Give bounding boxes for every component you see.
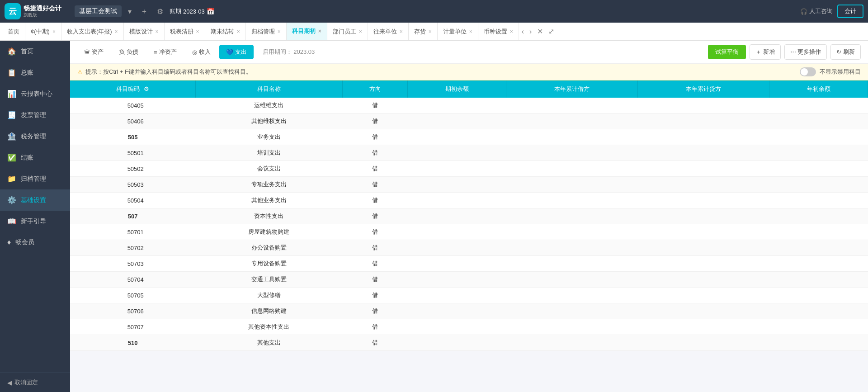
- cell-q4: [769, 272, 868, 288]
- cell-q1: [408, 272, 506, 288]
- tab-subject-init-close[interactable]: ×: [318, 28, 321, 34]
- tab-subject-init[interactable]: 科目期初 ×: [287, 23, 327, 41]
- cell-q4: [769, 113, 868, 129]
- table-row[interactable]: 510 其他支出 借: [70, 335, 868, 351]
- tab-archive-mgmt-close[interactable]: ×: [278, 28, 281, 35]
- balance-button[interactable]: 试算平衡: [708, 45, 746, 59]
- tab-annual-close[interactable]: ×: [115, 28, 118, 35]
- cell-name: 其他支出: [195, 335, 342, 351]
- cell-q3: [638, 303, 769, 319]
- col-name-label: 科目名称: [257, 85, 281, 92]
- sidebar-item-tax[interactable]: 🏦 税务管理: [0, 126, 70, 147]
- tab-units-close[interactable]: ×: [400, 28, 403, 35]
- sidebar-item-member[interactable]: ♦ 畅会员: [0, 232, 70, 253]
- sub-tab-net-asset[interactable]: ≡ 净资产: [147, 45, 184, 59]
- tab-inventory[interactable]: 存货 ×: [409, 23, 438, 41]
- tab-dept[interactable]: 部门员工 ×: [327, 23, 368, 41]
- tab-inventory-close[interactable]: ×: [429, 28, 432, 35]
- sidebar-item-reports[interactable]: 📊 云报表中心: [0, 83, 70, 104]
- sidebar-item-home-label: 首页: [21, 47, 33, 56]
- cell-dir: 借: [343, 240, 408, 256]
- tab-dept-close[interactable]: ×: [359, 28, 362, 35]
- tab-currency[interactable]: 币种设置 ×: [478, 23, 519, 41]
- cell-code: 50701: [70, 224, 195, 240]
- cell-q1: [408, 98, 506, 113]
- table-row[interactable]: 50702 办公设备购置 借: [70, 240, 868, 256]
- col-gear-icon[interactable]: ⚙: [144, 85, 149, 92]
- sidebar-item-ledger[interactable]: 📋 总账: [0, 62, 70, 83]
- tab-units-measure[interactable]: 计量单位 ×: [438, 23, 478, 41]
- tab-archive-mgmt[interactable]: 归档管理 ×: [246, 23, 287, 41]
- disable-toggle[interactable]: [800, 67, 816, 76]
- sub-tab-asset-label: 资产: [92, 48, 104, 56]
- sidebar-item-invoice-label: 发票管理: [21, 111, 46, 119]
- tab-units-measure-close[interactable]: ×: [469, 28, 472, 35]
- table-row[interactable]: 50501 培训支出 借: [70, 145, 868, 161]
- tab-midperiod[interactable]: ¢(中期) ×: [25, 23, 61, 41]
- collapse-icon: ◀: [7, 379, 12, 386]
- sidebar-collapse[interactable]: ◀ 取消固定: [0, 373, 70, 392]
- sidebar-item-settings[interactable]: ⚙️ 基础设置: [0, 189, 70, 211]
- sidebar-item-tax-label: 税务管理: [21, 132, 46, 141]
- settings-icon[interactable]: ⚙: [154, 5, 166, 18]
- tab-template-close[interactable]: ×: [156, 28, 159, 35]
- sidebar-item-home[interactable]: 🏠 首页: [0, 41, 70, 62]
- table-row[interactable]: 505 业务支出 借: [70, 129, 868, 145]
- refresh-button[interactable]: ↻ 刷新: [830, 44, 861, 60]
- add-tab-icon[interactable]: ＋: [138, 5, 151, 18]
- cell-dir: 借: [343, 161, 408, 177]
- cell-q3: [638, 272, 769, 288]
- tab-nav-next[interactable]: ›: [527, 28, 534, 36]
- more-button[interactable]: ⋯ 更多操作: [784, 44, 827, 60]
- dropdown-icon[interactable]: ▾: [125, 5, 134, 18]
- cell-q3: [638, 98, 769, 113]
- tab-close-all[interactable]: ✕: [534, 27, 546, 36]
- tab-template[interactable]: 模版设计 ×: [124, 23, 165, 41]
- tab-period-end[interactable]: 期末结转 ×: [205, 23, 246, 41]
- table-row[interactable]: 50704 交通工具购置 借: [70, 272, 868, 288]
- sub-tab-asset[interactable]: 🏛 资产: [77, 45, 110, 59]
- table-row[interactable]: 50701 房屋建筑物购建 借: [70, 224, 868, 240]
- sub-tab-income[interactable]: ◎ 收入: [185, 45, 217, 59]
- table-row[interactable]: 50707 其他资本性支出 借: [70, 319, 868, 335]
- sidebar-item-closing[interactable]: ✅ 结账: [0, 147, 70, 168]
- tab-home[interactable]: 首页: [2, 23, 25, 41]
- tab-expand[interactable]: ⤢: [546, 27, 557, 36]
- table-row[interactable]: 50503 专项业务支出 借: [70, 177, 868, 193]
- project-name[interactable]: 基层工会测试: [75, 5, 122, 17]
- tab-tax-list[interactable]: 税表清册 ×: [165, 23, 205, 41]
- sidebar-item-archive[interactable]: 📁 归档管理: [0, 168, 70, 189]
- cell-q3: [638, 208, 769, 224]
- table-row[interactable]: 50406 其他维权支出 借: [70, 113, 868, 129]
- tab-nav-prev[interactable]: ‹: [519, 28, 527, 36]
- tab-annual[interactable]: 收入支出表(年报) ×: [61, 23, 124, 41]
- cell-q2: [506, 193, 637, 208]
- sidebar-item-guide[interactable]: 📖 新手引导: [0, 211, 70, 232]
- table-row[interactable]: 50504 其他业务支出 借: [70, 193, 868, 208]
- tab-midperiod-close[interactable]: ×: [52, 28, 56, 35]
- member-icon: ♦: [7, 238, 11, 246]
- table-row[interactable]: 50502 会议支出 借: [70, 161, 868, 177]
- cell-q4: [769, 256, 868, 272]
- cell-dir: 借: [343, 303, 408, 319]
- table-row[interactable]: 50405 运维维支出 借: [70, 98, 868, 113]
- cell-q3: [638, 224, 769, 240]
- tab-period-end-close[interactable]: ×: [237, 28, 240, 35]
- table-row[interactable]: 507 资本性支出 借: [70, 208, 868, 224]
- tab-tax-list-close[interactable]: ×: [196, 28, 199, 35]
- table-row[interactable]: 50705 大型修缮 借: [70, 288, 868, 303]
- asset-icon: 🏛: [84, 49, 90, 56]
- account-button[interactable]: 会计: [837, 5, 863, 18]
- sidebar-item-invoice[interactable]: 🧾 发票管理: [0, 104, 70, 126]
- help-button[interactable]: 🎧 人工咨询: [800, 7, 833, 15]
- add-button[interactable]: ＋ 新增: [750, 44, 781, 60]
- table-row[interactable]: 50706 信息网络购建 借: [70, 303, 868, 319]
- tab-currency-close[interactable]: ×: [510, 28, 513, 35]
- cell-q2: [506, 98, 637, 113]
- table-row[interactable]: 50703 专用设备购置 借: [70, 256, 868, 272]
- sub-tab-liability[interactable]: 负 负债: [112, 45, 145, 59]
- cell-code: 50502: [70, 161, 195, 177]
- tab-units[interactable]: 往来单位 ×: [368, 23, 409, 41]
- sub-tab-expense[interactable]: 💙 支出: [219, 45, 254, 59]
- calendar-icon[interactable]: 📅: [207, 8, 214, 15]
